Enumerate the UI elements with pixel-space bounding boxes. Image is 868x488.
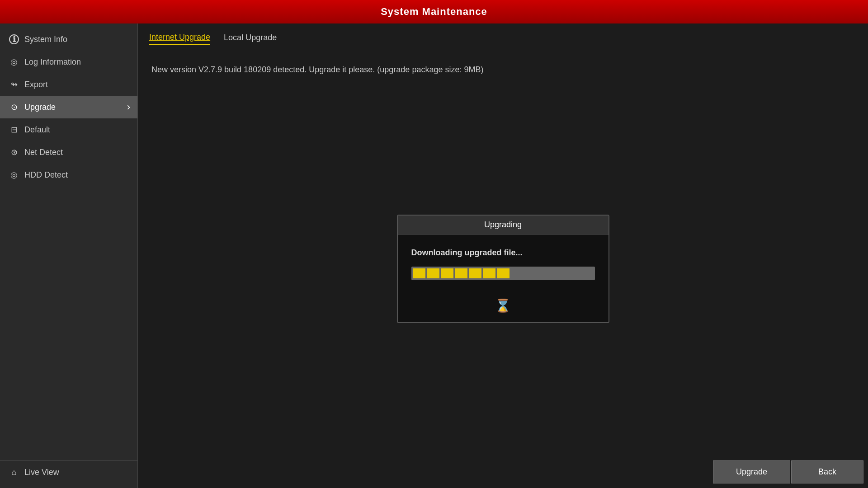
upgrade-icon: ⊙ [9,102,19,112]
sidebar-item-label: System Info [24,35,67,44]
sidebar-item-label: Live View [24,468,59,477]
app-title: System Maintenance [381,6,487,18]
sidebar-item-label: HDD Detect [24,170,68,180]
tab-local-upgrade[interactable]: Local Upgrade [224,33,277,44]
sidebar-item-label: Export [24,80,48,89]
progress-segment-filled [483,268,495,278]
back-button[interactable]: Back [791,460,863,483]
sidebar-item-upgrade[interactable]: ⊙ Upgrade [0,96,137,118]
sidebar-item-export[interactable]: ↬ Export [0,73,137,96]
sidebar-item-default[interactable]: ⊟ Default [0,118,137,141]
sidebar-item-label: Net Detect [24,148,63,157]
progress-bar [411,267,595,280]
progress-segment-filled [469,268,481,278]
export-icon: ↬ [9,80,19,89]
hourglass-icon: ⌛ [495,298,511,313]
hdd-detect-icon: ◎ [9,170,19,180]
system-info-icon: ℹ [9,34,19,44]
sidebar-item-label: Default [24,125,50,135]
sidebar: ℹ System Info ◎ Log Information ↬ Export… [0,23,138,488]
sidebar-bottom: ⌂ Live View [0,460,137,483]
progress-bar-fill [411,267,595,280]
content-body: New version V2.7.9 build 180209 detected… [138,49,868,488]
content-area: Internet Upgrade Local Upgrade New versi… [138,23,868,488]
progress-segment-filled [441,268,453,278]
bottom-bar: Upgrade Back [708,456,868,488]
sidebar-item-system-info[interactable]: ℹ System Info [0,28,137,51]
live-view-icon: ⌂ [9,467,19,477]
upgrade-button[interactable]: Upgrade [713,460,790,483]
progress-segment-filled [427,268,439,278]
main-layout: ℹ System Info ◎ Log Information ↬ Export… [0,23,868,488]
tabs-bar: Internet Upgrade Local Upgrade [138,23,868,49]
dialog-footer: ⌛ [398,298,609,322]
net-detect-icon: ⊛ [9,147,19,157]
app-header: System Maintenance [0,0,868,23]
upgrading-dialog: Upgrading Downloading upgraded file... ⌛ [397,215,609,323]
sidebar-item-label: Upgrade [24,103,56,112]
progress-segment-filled [497,268,509,278]
dialog-overlay: Upgrading Downloading upgraded file... ⌛ [138,49,868,488]
dialog-status-text: Downloading upgraded file... [411,248,523,258]
sidebar-item-net-detect[interactable]: ⊛ Net Detect [0,141,137,164]
dialog-body: Downloading upgraded file... [398,235,609,298]
sidebar-item-hdd-detect[interactable]: ◎ HDD Detect [0,164,137,186]
log-info-icon: ◎ [9,57,19,67]
tab-internet-upgrade[interactable]: Internet Upgrade [149,33,210,45]
dialog-title: Upgrading [398,216,609,235]
sidebar-item-label: Log Information [24,57,81,67]
progress-segment-filled [455,268,467,278]
sidebar-item-live-view[interactable]: ⌂ Live View [0,461,137,483]
progress-segment-filled [413,268,425,278]
default-icon: ⊟ [9,125,19,135]
sidebar-item-log-information[interactable]: ◎ Log Information [0,51,137,73]
